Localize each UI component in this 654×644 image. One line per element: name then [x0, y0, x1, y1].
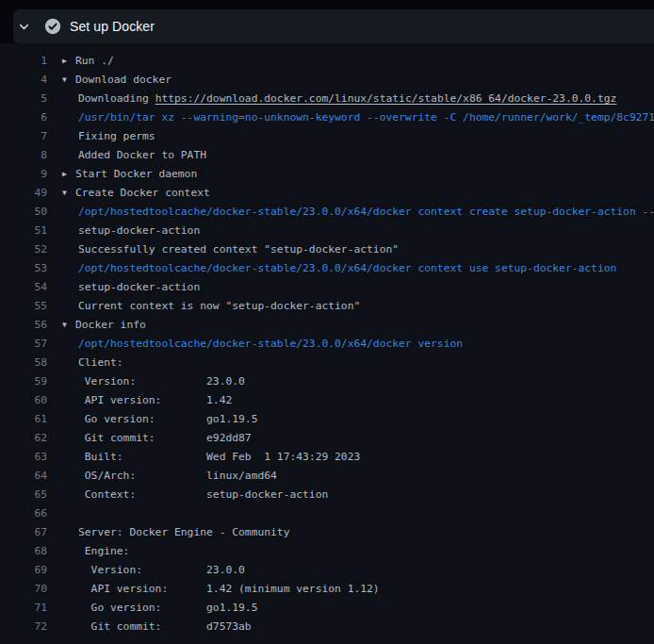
line-number[interactable]: 59 — [0, 372, 47, 391]
group-title: Download docker — [75, 74, 172, 86]
line-number[interactable]: 51 — [0, 222, 47, 240]
log-text: OS/Arch: linux/amd64 — [47, 467, 654, 486]
log-row: 66 — [0, 504, 654, 523]
line-number[interactable]: 4 — [0, 71, 47, 90]
log-group-row: 4▼Download docker — [0, 71, 654, 90]
log-text: Context: setup-docker-action — [47, 486, 654, 504]
log-row: 53/opt/hostedtoolcache/docker-stable/23.… — [0, 259, 654, 278]
log-text: Server: Docker Engine - Community — [47, 523, 654, 542]
line-number[interactable]: 65 — [0, 486, 47, 504]
log-row: 71 Go version: go1.19.5 — [0, 599, 654, 618]
log-row: 55Current context is now "setup-docker-a… — [0, 297, 654, 316]
log-text: Built: Wed Feb 1 17:43:29 2023 — [47, 448, 654, 467]
log-row: 6/usr/bin/tar xz --warning=no-unknown-ke… — [0, 108, 654, 127]
log-text-prefix: Downloading — [78, 92, 155, 105]
line-number[interactable]: 64 — [0, 467, 47, 486]
log-row: 52Successfully created context "setup-do… — [0, 240, 654, 259]
log-row: 70 API version: 1.42 (minimum version 1.… — [0, 580, 654, 599]
log-group-row: 9▶Start Docker daemon — [0, 165, 654, 184]
log-row: 58Client: — [0, 354, 654, 372]
line-number[interactable]: 8 — [0, 146, 47, 165]
log-url-link[interactable]: https://download.docker.com/linux/static… — [155, 92, 617, 105]
log-text: Successfully created context "setup-dock… — [47, 240, 654, 259]
group-chevron-collapsed-icon: ▶ — [62, 165, 75, 184]
log-row: 54setup-docker-action — [0, 278, 654, 297]
group-header[interactable]: ▶Start Docker daemon — [47, 165, 654, 184]
log-row: 69 Version: 23.0.0 — [0, 561, 654, 580]
group-chevron-expanded-icon: ▼ — [62, 316, 75, 335]
line-number[interactable]: 61 — [0, 410, 47, 429]
line-number[interactable]: 50 — [0, 203, 47, 222]
log-text: Go version: go1.19.5 — [47, 410, 654, 429]
log-row: 59 Version: 23.0.0 — [0, 372, 654, 391]
log-text: Git commit: d7573ab — [47, 618, 654, 636]
line-number[interactable]: 52 — [0, 240, 47, 259]
log-command-text: /opt/hostedtoolcache/docker-stable/23.0.… — [47, 335, 654, 354]
line-number[interactable]: 69 — [0, 561, 47, 580]
log-row: 60 API version: 1.42 — [0, 391, 654, 410]
group-title: Run ./ — [75, 55, 114, 67]
line-number[interactable]: 62 — [0, 429, 47, 448]
log-text: Downloading https://download.docker.com/… — [47, 90, 654, 108]
log-text: Fixing perms — [47, 127, 654, 146]
log-row: 63 Built: Wed Feb 1 17:43:29 2023 — [0, 448, 654, 467]
log-text: Version: 23.0.0 — [47, 372, 654, 391]
group-title: Create Docker context — [75, 187, 210, 199]
log-row: 5Downloading https://download.docker.com… — [0, 90, 654, 108]
log-row: 50/opt/hostedtoolcache/docker-stable/23.… — [0, 203, 654, 222]
actions-log-page: Set up Docker 1▶Run ./4▼Download docker5… — [0, 0, 654, 644]
group-chevron-expanded-icon: ▼ — [62, 184, 75, 203]
step-header[interactable]: Set up Docker — [13, 9, 654, 43]
line-number[interactable]: 66 — [0, 504, 47, 523]
group-header[interactable]: ▼Create Docker context — [47, 184, 654, 203]
log-row: 51setup-docker-action — [0, 222, 654, 240]
group-title: Docker info — [75, 319, 146, 331]
log-text: Client: — [47, 354, 654, 372]
line-number[interactable]: 72 — [0, 618, 47, 636]
log-text: Git commit: e92dd87 — [47, 429, 654, 448]
line-number[interactable]: 68 — [0, 542, 47, 561]
log-text: Added Docker to PATH — [47, 146, 654, 165]
line-number[interactable]: 60 — [0, 391, 47, 410]
line-number[interactable]: 1 — [0, 52, 47, 71]
line-number[interactable]: 57 — [0, 335, 47, 354]
chevron-down-icon[interactable] — [18, 21, 30, 33]
log-row: 61 Go version: go1.19.5 — [0, 410, 654, 429]
log-row: 57/opt/hostedtoolcache/docker-stable/23.… — [0, 335, 654, 354]
group-header[interactable]: ▶Run ./ — [47, 52, 654, 71]
log-row: 65 Context: setup-docker-action — [0, 486, 654, 504]
log-row: 7Fixing perms — [0, 127, 654, 146]
log-command-text: /opt/hostedtoolcache/docker-stable/23.0.… — [47, 259, 654, 278]
log-text: Current context is now "setup-docker-act… — [47, 297, 654, 316]
line-number[interactable]: 55 — [0, 297, 47, 316]
line-number[interactable]: 70 — [0, 580, 47, 599]
line-number[interactable]: 5 — [0, 90, 47, 108]
group-chevron-expanded-icon: ▼ — [62, 71, 75, 90]
line-number[interactable]: 9 — [0, 165, 47, 184]
group-header[interactable]: ▼Docker info — [47, 316, 654, 335]
log-row: 67Server: Docker Engine - Community — [0, 523, 654, 542]
log-command-text: /opt/hostedtoolcache/docker-stable/23.0.… — [47, 203, 654, 222]
log-text: Go version: go1.19.5 — [47, 599, 654, 618]
log-text: setup-docker-action — [47, 222, 654, 240]
log-group-row: 56▼Docker info — [0, 316, 654, 335]
line-number[interactable]: 56 — [0, 316, 47, 335]
line-number[interactable]: 6 — [0, 108, 47, 127]
line-number[interactable]: 49 — [0, 184, 47, 203]
group-header[interactable]: ▼Download docker — [47, 71, 654, 90]
line-number[interactable]: 67 — [0, 523, 47, 542]
log-text: Version: 23.0.0 — [47, 561, 654, 580]
line-number[interactable]: 54 — [0, 278, 47, 297]
log-text: Engine: — [47, 542, 654, 561]
log-lines: 1▶Run ./4▼Download docker5Downloading ht… — [0, 52, 654, 636]
line-number[interactable]: 63 — [0, 448, 47, 467]
log-group-row: 1▶Run ./ — [0, 52, 654, 71]
line-number[interactable]: 71 — [0, 599, 47, 618]
log-text — [47, 504, 654, 523]
line-number[interactable]: 7 — [0, 127, 47, 146]
line-number[interactable]: 53 — [0, 259, 47, 278]
log-row: 62 Git commit: e92dd87 — [0, 429, 654, 448]
log-row: 8Added Docker to PATH — [0, 146, 654, 165]
log-row: 68 Engine: — [0, 542, 654, 561]
line-number[interactable]: 58 — [0, 354, 47, 372]
